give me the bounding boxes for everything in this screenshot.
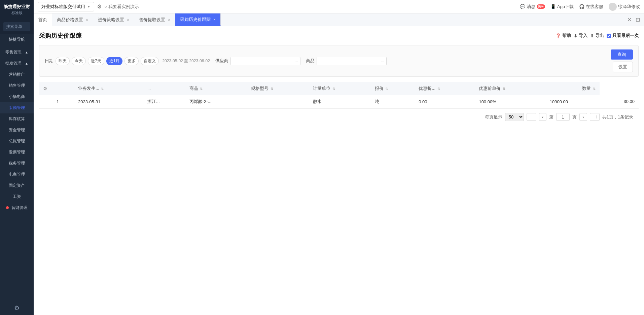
date-btn-yesterday[interactable]: 昨天 <box>56 57 70 65</box>
messages-label: 消息 <box>527 4 535 10</box>
topbar-settings-icon[interactable]: ⚙ <box>97 3 102 10</box>
sidebar-item-sales[interactable]: 销售管理 <box>0 80 34 91</box>
date-btn-custom[interactable]: 自定义 <box>141 57 159 65</box>
pagination-page-prefix: 第 <box>549 114 553 120</box>
sidebar-item-quick-nav[interactable]: 快捷导航 <box>0 34 34 45</box>
goods-filter-label: 商品 <box>306 58 315 64</box>
col-header-more[interactable]: ... <box>143 82 185 95</box>
sidebar-item-wholesale[interactable]: 批发管理 ▲ <box>0 58 34 69</box>
sidebar-item-ecommerce[interactable]: 电商管理 <box>0 169 34 180</box>
tab-price-setting-close-icon[interactable]: × <box>86 18 88 22</box>
sidebar-item-salary[interactable]: 工资 <box>0 191 34 202</box>
online-support-label: 在线客服 <box>586 4 603 10</box>
help-button[interactable]: ❓ 帮助 <box>556 33 571 39</box>
retail-label: 零售管理 <box>5 49 22 55</box>
help-label: 帮助 <box>562 33 571 39</box>
page-title-actions: ❓ 帮助 ⬇ 导入 ⬆ 导出 只看最后一次 <box>556 33 639 39</box>
col-price-sort-icon: ⇅ <box>385 87 388 91</box>
table-settings-gear-icon[interactable]: ⚙ <box>43 86 47 91</box>
sidebar-item-inventory[interactable]: 库存核算 <box>0 113 34 125</box>
col-header-discount[interactable]: 优惠折... ⇅ <box>415 82 475 95</box>
tab-price-setting[interactable]: 商品价格设置 × <box>52 13 93 26</box>
demo-link[interactable]: ○ 我要看实例演示 <box>104 4 139 10</box>
row-discount-cell: 100.00% <box>475 95 545 108</box>
tab-sale-price[interactable]: 售价提取设置 × <box>134 13 175 26</box>
pagination-next-button[interactable]: › <box>579 113 587 121</box>
row-date-cell: 2023-05-31 <box>74 95 143 108</box>
tab-maximize-button[interactable]: ⊡ <box>634 16 641 24</box>
app-download-label: App下载 <box>557 4 574 10</box>
col-header-goods[interactable]: 商品 ⇅ <box>185 82 247 95</box>
filter-right-buttons: 查询 设置 <box>611 49 633 72</box>
sidebar-item-retail[interactable]: 零售管理 ▲ <box>0 47 34 58</box>
tab-close-window-button[interactable]: ✕ <box>626 16 633 24</box>
sidebar-item-invoice[interactable]: 发票管理 <box>0 147 34 158</box>
export-button[interactable]: ⬆ 导出 <box>590 33 604 39</box>
messages-button[interactable]: 💬 消息 99+ <box>520 4 545 10</box>
import-button[interactable]: ⬇ 导入 <box>574 33 587 39</box>
pagination-page-input[interactable] <box>556 113 570 121</box>
col-header-settings[interactable]: ⚙ <box>39 82 52 95</box>
sidebar-item-marketing[interactable]: 营销推广 <box>0 69 34 80</box>
salary-label: 工资 <box>13 194 21 200</box>
online-support-button[interactable]: 🎧 在线客服 <box>579 4 603 10</box>
sidebar-item-purchase[interactable]: 采购管理 <box>0 102 34 113</box>
col-header-quantity[interactable]: 数量 ⇅ <box>546 82 600 95</box>
goods-input[interactable] <box>317 57 379 65</box>
col-header-date[interactable]: 业务发生... ⇅ <box>74 82 143 95</box>
col-header-spec[interactable]: 规格型号 ⇅ <box>247 82 309 95</box>
topbar: 好业财标准版交付试用 ▼ ⚙ ○ 我要看实例演示 💬 消息 99+ 📱 App下… <box>34 0 644 13</box>
col-header-unit[interactable]: 计量单位 ⇅ <box>309 82 371 95</box>
date-btn-1month[interactable]: 近1月 <box>106 57 123 65</box>
tab-history-price-close-icon[interactable]: × <box>213 17 216 22</box>
purchase-label: 采购管理 <box>9 105 25 111</box>
supplier-more-icon[interactable]: ... <box>293 57 300 65</box>
version-selector[interactable]: 好业财标准版交付试用 ▼ <box>38 2 94 11</box>
retail-arrow: ▲ <box>25 50 28 54</box>
sidebar-search-container: 搜索菜单 <box>0 20 34 34</box>
date-btn-more[interactable]: 更多 <box>124 57 139 65</box>
date-btn-today[interactable]: 今天 <box>72 57 86 65</box>
sidebar-item-smart[interactable]: 智能管理 <box>0 202 34 213</box>
search-menu-button[interactable]: 搜索菜单 <box>3 22 30 31</box>
filter-settings-button[interactable]: 设置 <box>613 62 633 72</box>
col-header-price[interactable]: 报价 ⇅ <box>371 82 415 95</box>
app-download-button[interactable]: 📱 App下载 <box>550 4 574 10</box>
logo-title: 畅捷通好业财 <box>3 4 31 10</box>
tab-sale-price-close-icon[interactable]: × <box>168 18 170 22</box>
tab-purchase-strategy[interactable]: 进价策略设置 × <box>93 13 134 26</box>
date-btn-7days[interactable]: 近7天 <box>88 57 104 65</box>
pagination-last-button[interactable]: ⊣ <box>590 113 600 121</box>
only-last-checkbox[interactable] <box>607 34 611 38</box>
sidebar-bottom-settings-icon[interactable]: ⚙ <box>14 305 20 311</box>
col-price-label: 报价 <box>375 86 384 91</box>
row-settings-cell <box>39 95 52 108</box>
tab-history-price[interactable]: 采购历史价跟踪 × <box>175 13 221 26</box>
pagination-first-button[interactable]: ⊢ <box>527 113 536 121</box>
sidebar-item-finance[interactable]: 资金管理 <box>0 125 34 136</box>
col-header-pre-discount-price[interactable]: 优惠前单价 ⇅ <box>475 82 545 95</box>
col-date-sort-icon: ⇅ <box>101 87 104 91</box>
page-title-row: 采购历史价跟踪 ❓ 帮助 ⬇ 导入 ⬆ 导出 只看最后一次 <box>39 32 639 40</box>
sidebar-item-ecommerce-small[interactable]: 小畅电商 <box>0 91 34 102</box>
row-seq-cell: 1 <box>52 95 74 108</box>
col-header-seq <box>52 82 74 95</box>
import-label: 导入 <box>579 33 587 39</box>
sidebar-item-assets[interactable]: 固定资产 <box>0 180 34 191</box>
sidebar-item-tax[interactable]: 税务管理 <box>0 158 34 169</box>
query-button[interactable]: 查询 <box>611 49 633 60</box>
col-unit-label: 计量单位 <box>313 86 330 91</box>
supplier-input[interactable] <box>231 57 293 65</box>
sidebar-item-ledger[interactable]: 总账管理 <box>0 136 34 147</box>
per-page-select[interactable]: 50 10 20 100 <box>505 113 524 121</box>
page-title-text: 采购历史价跟踪 <box>39 32 81 40</box>
tab-purchase-strategy-close-icon[interactable]: × <box>127 18 129 22</box>
goods-more-icon[interactable]: ... <box>379 57 386 65</box>
marketing-label: 营销推广 <box>9 72 25 77</box>
user-menu[interactable]: 徐泽华修改 <box>609 3 640 11</box>
sidebar-logo[interactable]: 畅捷通好业财 标准版 <box>0 0 34 20</box>
pagination-prev-button[interactable]: ‹ <box>539 113 546 121</box>
tabbar: 首页 商品价格设置 × 进价策略设置 × 售价提取设置 × 采购历史价跟踪 × … <box>34 13 644 26</box>
version-selector-label: 好业财标准版交付试用 <box>41 4 85 10</box>
tab-home[interactable]: 首页 <box>34 13 52 26</box>
